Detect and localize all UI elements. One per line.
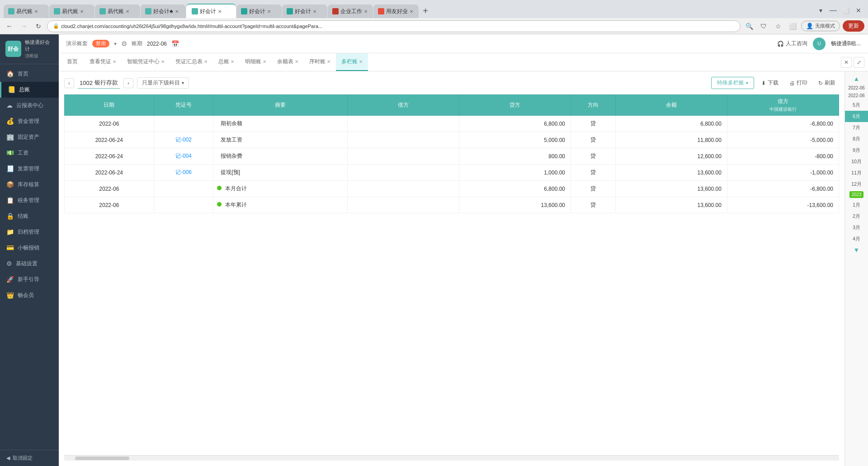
close-window-button[interactable]: ✕: [853, 5, 864, 16]
print-button[interactable]: 🖨 打印: [786, 77, 811, 89]
timeline-month-sep[interactable]: 9月: [845, 145, 868, 156]
sidebar-item-salary[interactable]: 💵 工资: [0, 145, 59, 161]
extensions-icon[interactable]: ⬜: [787, 20, 798, 32]
update-button[interactable]: 更新: [843, 20, 864, 32]
stealth-mode-button[interactable]: 👤 无痕模式: [801, 21, 840, 31]
tab-close-4[interactable]: ✕: [175, 9, 179, 14]
tab-home[interactable]: 首页: [61, 53, 84, 71]
close-tab-button[interactable]: ✕: [841, 57, 852, 68]
forward-button[interactable]: →: [18, 20, 30, 32]
voucher-link[interactable]: 记-004: [175, 153, 192, 159]
sidebar-item-general-ledger[interactable]: 📒 总账: [0, 82, 59, 98]
tab-enterprise-8[interactable]: 企业工作 ✕: [328, 5, 373, 18]
consult-button[interactable]: 🎧 人工咨询: [777, 40, 807, 47]
tab-haokuaiji-6[interactable]: 好会计 ✕: [236, 5, 282, 18]
tab-haokuaiji-7[interactable]: 好会计 ✕: [282, 5, 327, 18]
cell-voucher[interactable]: 记-002: [154, 132, 213, 148]
tab-close-2[interactable]: ✕: [80, 9, 84, 14]
timeline-month-june-active[interactable]: 6月: [845, 111, 868, 122]
sidebar-item-expense[interactable]: 💳 小畅报销: [0, 240, 59, 256]
sidebar-item-invoice[interactable]: 🧾 发票管理: [0, 161, 59, 177]
sidebar-item-fixed-asset[interactable]: 🏢 固定资产: [0, 129, 59, 145]
tab-close-smart-voucher[interactable]: ✕: [161, 59, 165, 64]
sidebar-item-inventory[interactable]: 📦 库存核算: [0, 177, 59, 193]
scroll-thumb[interactable]: [75, 457, 129, 460]
gear-button[interactable]: ⚙: [121, 40, 127, 48]
tab-close-7[interactable]: ✕: [313, 9, 316, 14]
url-bar[interactable]: 🔒 cloud2.chanjet.com/accounting/uh26t264…: [47, 20, 741, 32]
account-selector[interactable]: 1002 银行存款: [78, 77, 120, 89]
timeline-month-dec[interactable]: 12月: [845, 179, 868, 190]
tab-yongyou-9[interactable]: 用友好业 ✕: [373, 5, 419, 18]
timeline-month-apr[interactable]: 4月: [845, 233, 868, 245]
tab-add-button[interactable]: +: [419, 5, 432, 17]
reload-button[interactable]: ↻: [33, 20, 44, 32]
tab-close-multi-column[interactable]: ✕: [359, 59, 363, 64]
minimize-button[interactable]: —: [827, 5, 839, 16]
cell-voucher[interactable]: 记-006: [154, 165, 213, 181]
back-button[interactable]: ←: [4, 20, 15, 32]
tab-close-9[interactable]: ✕: [410, 9, 413, 14]
download-button[interactable]: ⬇ 下载: [758, 77, 782, 89]
timeline-down-arrow[interactable]: ▼: [854, 245, 860, 255]
timeline-up-arrow[interactable]: ▲: [854, 73, 860, 84]
timeline-month-july[interactable]: 7月: [845, 122, 868, 133]
timeline-month-aug[interactable]: 8月: [845, 133, 868, 145]
sidebar-item-close-books[interactable]: 🔒 结账: [0, 208, 59, 224]
search-icon[interactable]: 🔍: [743, 20, 755, 32]
tab-close-8[interactable]: ✕: [364, 9, 368, 14]
voucher-link[interactable]: 记-002: [175, 137, 192, 143]
tab-balance-sheet[interactable]: 余额表 ✕: [272, 53, 304, 71]
tab-view-voucher[interactable]: 查看凭证 ✕: [84, 53, 122, 71]
dropdown-arrow-icon[interactable]: ▾: [114, 41, 117, 47]
tab-list-button[interactable]: ▾: [815, 5, 826, 16]
sidebar-item-cloud-report[interactable]: ☁ 云报表中心: [0, 98, 59, 113]
timeline-month-oct[interactable]: 10月: [845, 156, 868, 167]
tab-multi-column[interactable]: 多栏账 ✕: [336, 53, 368, 71]
refresh-button[interactable]: ↻ 刷新: [815, 77, 839, 89]
timeline-month-mar[interactable]: 3月: [845, 222, 868, 233]
tab-close-balance-sheet[interactable]: ✕: [295, 59, 298, 64]
tab-close-journal[interactable]: ✕: [327, 59, 330, 64]
tab-close-view-voucher[interactable]: ✕: [113, 59, 116, 64]
sidebar-collapse-button[interactable]: ◀ 取消固定: [0, 450, 59, 466]
tab-close-general-ledger[interactable]: ✕: [231, 59, 234, 64]
tab-close-3[interactable]: ✕: [126, 9, 129, 14]
maximize-button[interactable]: ⬜: [840, 5, 852, 16]
tab-yidazhang-2[interactable]: 易代账 ✕: [49, 5, 94, 18]
horizontal-scrollbar[interactable]: [64, 455, 839, 461]
shield-icon[interactable]: 🛡: [758, 20, 769, 32]
star-icon[interactable]: ☆: [772, 20, 784, 32]
tab-close-6[interactable]: ✕: [267, 9, 271, 14]
prev-account-button[interactable]: ‹: [64, 78, 74, 88]
sidebar-item-tax[interactable]: 📋 税务管理: [0, 193, 59, 208]
sidebar-item-guide[interactable]: 🚀 新手引导: [0, 272, 59, 287]
tab-yidazhang-3[interactable]: 易代账 ✕: [95, 5, 140, 18]
voucher-link[interactable]: 记-006: [175, 169, 192, 175]
sidebar-item-settings[interactable]: ⚙ 基础设置: [0, 256, 59, 272]
sub-account-filter[interactable]: 只显示下级科目 ▾: [137, 77, 189, 89]
timeline-month-nov[interactable]: 11月: [845, 167, 868, 179]
tab-smart-voucher[interactable]: 智能凭证中心 ✕: [122, 53, 170, 71]
tab-voucher-summary[interactable]: 凭证汇总表 ✕: [170, 53, 213, 71]
tab-close-voucher-summary[interactable]: ✕: [204, 59, 208, 64]
sidebar-item-member[interactable]: 👑 畅会员: [0, 287, 59, 303]
tab-close-detail-ledger[interactable]: ✕: [263, 59, 266, 64]
special-ledger-button[interactable]: 特殊多栏账 ▾: [711, 77, 754, 89]
sidebar-item-home[interactable]: 🏠 首页: [0, 66, 59, 82]
calendar-icon[interactable]: 📅: [171, 40, 179, 47]
tab-haokuaiji-5-active[interactable]: 好会计 ✕: [186, 4, 236, 18]
sidebar-item-fund[interactable]: 💰 资金管理: [0, 113, 59, 129]
tab-close-1[interactable]: ✕: [34, 9, 38, 14]
tab-general-ledger[interactable]: 总账 ✕: [213, 53, 240, 71]
tab-journal[interactable]: 序时账 ✕: [304, 53, 336, 71]
timeline-month-may[interactable]: 5月: [845, 99, 868, 111]
tab-close-5[interactable]: ✕: [218, 9, 222, 14]
timeline-month-feb[interactable]: 2月: [845, 211, 868, 222]
cell-voucher[interactable]: 记-004: [154, 148, 213, 165]
tab-yidazhang-1[interactable]: 易代账 ✕: [4, 5, 49, 18]
next-account-button[interactable]: ›: [123, 78, 133, 88]
expand-tab-button[interactable]: ⤢: [854, 57, 864, 68]
tab-detail-ledger[interactable]: 明细账 ✕: [240, 53, 272, 71]
sidebar-item-archive[interactable]: 📁 归档管理: [0, 224, 59, 240]
